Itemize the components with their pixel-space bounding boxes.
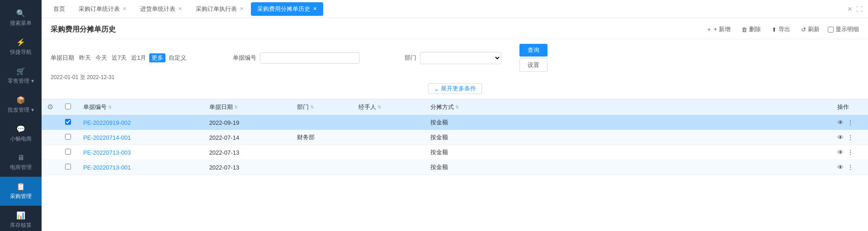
cell-doc-num-2: PE-20220713-003	[78, 145, 204, 160]
view-op-icon-1[interactable]: 👁	[837, 134, 844, 141]
tab-inbound-stats[interactable]: 进货单统计表 ✕	[134, 2, 189, 16]
doc-num-link-3[interactable]: PE-20220713-001	[83, 164, 131, 171]
select-all-checkbox[interactable]	[65, 104, 71, 109]
table-container: ⚙ 单据编号 ⇅ 单据日期 ⇅	[42, 99, 868, 231]
cell-checkbox-0[interactable]	[60, 115, 78, 130]
data-table: ⚙ 单据编号 ⇅ 单据日期 ⇅	[42, 99, 868, 175]
th-doc-date[interactable]: 单据日期 ⇅	[204, 99, 292, 115]
th-handler-label: 经手人	[359, 103, 376, 111]
close-tab-purchase-exec-icon[interactable]: ✕	[240, 6, 244, 12]
shortcut-more[interactable]: 更多	[149, 53, 165, 62]
shortcut-today[interactable]: 今天	[94, 53, 108, 62]
view-op-icon-2[interactable]: 👁	[837, 149, 844, 156]
close-tab-purchase-cost-history-icon[interactable]: ✕	[313, 6, 317, 12]
close-tab-inbound-stats-icon[interactable]: ✕	[178, 6, 182, 12]
doc-num-link-2[interactable]: PE-20220713-003	[83, 149, 131, 156]
sidebar-item-wechat[interactable]: 💬 小畅电商	[0, 119, 42, 148]
ecommerce-icon: 🖥	[2, 154, 40, 162]
search-icon: 🔍	[2, 9, 40, 18]
row-checkbox-0[interactable]	[65, 119, 71, 125]
doc-num-link-1[interactable]: PE-20220714-001	[83, 134, 131, 141]
expand-row: ⌄ 展开更多条件	[51, 81, 859, 96]
query-button[interactable]: 查询	[519, 44, 547, 57]
th-dept[interactable]: 部门 ⇅	[292, 99, 353, 115]
view-op-icon-3[interactable]: 👁	[837, 164, 844, 171]
tab-home[interactable]: 首页	[47, 2, 71, 16]
cell-split-method-2: 按金额	[425, 145, 832, 160]
window-controls: ✕ ⛶	[847, 5, 863, 13]
th-doc-num[interactable]: 单据编号 ⇅	[78, 99, 204, 115]
show-cols-checkbox[interactable]	[828, 27, 834, 33]
cell-doc-num-3: PE-20220713-001	[78, 160, 204, 175]
header-actions: ＋ + 新增 🗑 删除 ⬆ 导出 ↺ 刷新 显示明细	[703, 24, 859, 35]
th-handler[interactable]: 经手人 ⇅	[353, 99, 425, 115]
cell-checkbox-2[interactable]	[60, 145, 78, 160]
more-op-icon-2[interactable]: ⋮	[847, 149, 854, 156]
shortcut-1month[interactable]: 近1月	[130, 53, 147, 62]
th-setting[interactable]: ⚙	[42, 99, 60, 115]
th-doc-num-label: 单据编号	[83, 103, 107, 111]
more-op-icon-1[interactable]: ⋮	[847, 134, 854, 141]
column-setting-icon[interactable]: ⚙	[47, 103, 53, 111]
expand-icon: ⌄	[434, 85, 439, 92]
minimize-icon[interactable]: ✕	[847, 5, 853, 13]
sidebar-item-purchase[interactable]: 📋 采购管理	[0, 177, 42, 206]
delete-button[interactable]: 🗑 删除	[739, 24, 764, 35]
wholesale-icon: 📦	[2, 96, 40, 104]
tab-purchase-order-stats[interactable]: 采购订单统计表 ✕	[72, 2, 133, 16]
row-checkbox-2[interactable]	[65, 149, 71, 155]
th-dept-label: 部门	[297, 103, 309, 111]
doc-num-input[interactable]	[260, 52, 359, 64]
more-op-icon-3[interactable]: ⋮	[847, 164, 854, 171]
dept-select[interactable]	[420, 52, 501, 64]
table-row: PE-20220714-001 2022-07-14 财务部 按金额 👁 ⋮	[42, 130, 868, 145]
filter-date: 单据日期 昨天 今天 近7天 近1月 更多 自定义	[51, 53, 188, 62]
cell-dept-0	[292, 115, 353, 130]
view-op-icon-0[interactable]: 👁	[837, 119, 844, 126]
sidebar-item-ecommerce[interactable]: 🖥 电商管理	[0, 148, 42, 177]
cell-checkbox-3[interactable]	[60, 160, 78, 175]
expand-conditions-button[interactable]: ⌄ 展开更多条件	[428, 83, 482, 94]
shortcut-7days[interactable]: 近7天	[110, 53, 128, 62]
export-button[interactable]: ⬆ 导出	[769, 24, 793, 35]
filter-row-1: 单据日期 昨天 今天 近7天 近1月 更多 自定义 单据编号 部门	[51, 44, 859, 72]
sidebar-item-retail[interactable]: 🛒 零售管理 ▾	[0, 61, 42, 90]
th-ops-label: 操作	[837, 104, 849, 110]
add-button[interactable]: ＋ + 新增	[703, 24, 733, 35]
quick-nav-icon: ⚡	[2, 38, 40, 47]
doc-num-link-0[interactable]: PE-20220919-002	[83, 119, 131, 126]
cell-doc-date-0: 2022-09-19	[204, 115, 292, 130]
row-checkbox-1[interactable]	[65, 134, 71, 140]
shortcut-yesterday[interactable]: 昨天	[78, 53, 92, 62]
refresh-button[interactable]: ↺ 刷新	[798, 24, 822, 35]
tab-purchase-cost-history[interactable]: 采购费用分摊单历史 ✕	[251, 2, 323, 16]
cell-ops-2: 👁 ⋮	[832, 145, 868, 160]
row-checkbox-3[interactable]	[65, 164, 71, 170]
th-split-method[interactable]: 分摊方式 ⇅	[425, 99, 832, 115]
sidebar-item-quick-nav[interactable]: ⚡ 快捷导航	[0, 33, 42, 61]
cell-handler-0	[353, 115, 425, 130]
th-doc-date-label: 单据日期	[209, 103, 233, 111]
tab-purchase-exec[interactable]: 采购订单执行表 ✕	[189, 2, 250, 16]
cell-checkbox-1[interactable]	[60, 130, 78, 145]
page-title: 采购费用分摊单历史	[51, 25, 116, 34]
cell-doc-date-1: 2022-07-14	[204, 130, 292, 145]
sidebar-item-inventory[interactable]: 📊 库存核算	[0, 206, 42, 231]
show-cols-toggle[interactable]: 显示明细	[828, 25, 859, 33]
sidebar-item-search[interactable]: 🔍 搜索菜单	[0, 4, 42, 33]
sidebar-item-wholesale[interactable]: 📦 批发管理 ▾	[0, 90, 42, 119]
maximize-icon[interactable]: ⛶	[856, 5, 863, 13]
dept-label: 部门	[405, 54, 416, 62]
setting-button[interactable]: 设置	[519, 58, 547, 72]
cell-dept-2	[292, 145, 353, 160]
cell-setting-0	[42, 115, 60, 130]
table-row: PE-20220713-001 2022-07-13 按金额 👁 ⋮	[42, 160, 868, 175]
doc-num-label: 单据编号	[233, 54, 256, 62]
shortcut-custom[interactable]: 自定义	[167, 53, 188, 62]
filter-area: 单据日期 昨天 今天 近7天 近1月 更多 自定义 单据编号 部门	[42, 39, 868, 99]
close-tab-purchase-order-stats-icon[interactable]: ✕	[123, 6, 127, 12]
table-body: PE-20220919-002 2022-09-19 按金额 👁 ⋮ PE-20…	[42, 115, 868, 175]
cell-setting-1	[42, 130, 60, 145]
cell-split-method-3: 按金额	[425, 160, 832, 175]
more-op-icon-0[interactable]: ⋮	[847, 119, 854, 126]
